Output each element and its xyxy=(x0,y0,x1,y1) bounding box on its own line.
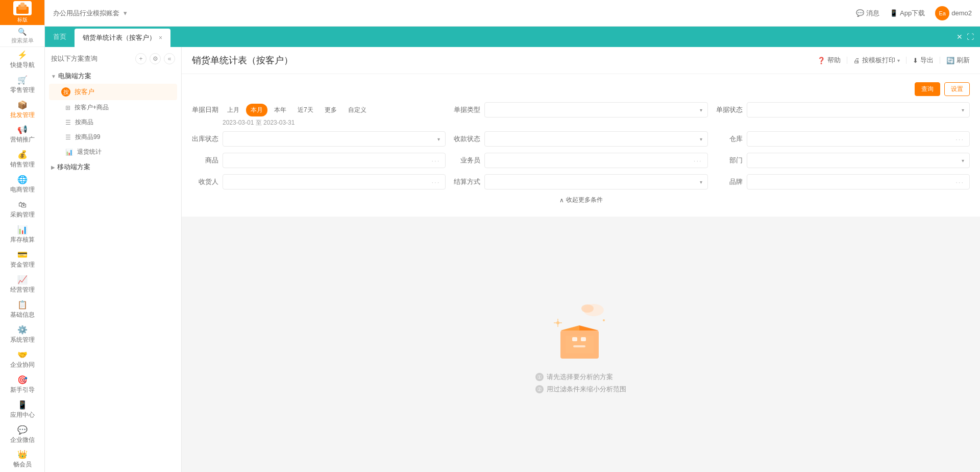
filter-department-field: 部门 ▾ xyxy=(716,153,970,168)
window-maximize-btn[interactable]: ⛶ xyxy=(967,33,974,41)
date-last7days[interactable]: 近7天 xyxy=(293,104,318,116)
sidebar-item-operation[interactable]: 📈 经营管理 xyxy=(0,272,45,297)
sidebar-item-inventory[interactable]: 📊 库存核算 xyxy=(0,222,45,247)
scheme-item-product-99[interactable]: ☰ 按商品99 xyxy=(49,130,177,145)
left-panel-title: 按以下方案查询 xyxy=(51,54,97,63)
sidebar-item-basic[interactable]: 📋 基础信息 xyxy=(0,297,45,322)
help-btn[interactable]: ❓ 帮助 xyxy=(817,56,841,65)
brand-label: 品牌 xyxy=(716,177,743,186)
sidebar-item-marketing[interactable]: 📢 营销推广 xyxy=(0,122,45,147)
hint-1-text: 请先选择要分析的方案 xyxy=(547,372,613,382)
warehouse-select[interactable]: ··· xyxy=(747,131,970,147)
sidebar-quicknav-label: 快捷导航 xyxy=(10,61,35,69)
out-status-select[interactable]: ▾ xyxy=(223,131,446,147)
salesperson-select[interactable]: ··· xyxy=(484,153,707,168)
brand-select[interactable]: ··· xyxy=(747,174,970,190)
settings-button[interactable]: 设置 xyxy=(944,82,970,96)
sidebar-item-vip[interactable]: 👑 畅会员 xyxy=(0,447,45,472)
empty-illustration xyxy=(548,297,614,364)
product-select[interactable]: ··· xyxy=(223,153,446,168)
date-this-year[interactable]: 本年 xyxy=(270,104,291,116)
tab-home[interactable]: 首页 xyxy=(45,27,75,47)
logo-icon xyxy=(13,1,32,15)
search-menu[interactable]: 🔍 搜索菜单 xyxy=(0,25,45,47)
date-range-display: 2023-03-01 至 2023-03-31 xyxy=(223,119,295,126)
sidebar-item-enterprise[interactable]: 🤝 企业协同 xyxy=(0,347,45,372)
empty-hint-2: ② 用过滤条件来缩小分析范围 xyxy=(535,385,626,394)
filter-row-2: 出库状态 ▾ 收款状态 ▾ 仓库 xyxy=(192,131,970,147)
scheme-item-customer-product[interactable]: ⊞ 按客户+商品 xyxy=(49,100,177,115)
consignee-label: 收货人 xyxy=(192,177,218,186)
sidebar-item-wholesale[interactable]: 📦 批发管理 xyxy=(0,97,45,122)
date-custom[interactable]: 自定义 xyxy=(344,104,371,116)
payment-status-select[interactable]: ▾ xyxy=(484,131,707,147)
refresh-btn[interactable]: 🔄 刷新 xyxy=(946,56,970,65)
message-btn[interactable]: 💬 消息 xyxy=(856,9,879,18)
scheme-label-product-99: 按商品99 xyxy=(75,133,100,141)
bill-status-select[interactable]: ▾ xyxy=(747,102,970,117)
svg-point-4 xyxy=(581,304,594,313)
page-title-bar: 销货单统计表（按客户） ❓ 帮助 🖨 按模板打印 ▾ ⬇ xyxy=(182,47,980,74)
divider-3 xyxy=(940,57,940,64)
topbar: 办公用品行业模拟账套 ▾ 💬 消息 📱 App下载 Ea demo2 xyxy=(45,0,980,27)
warehouse-label: 仓库 xyxy=(716,134,743,144)
bill-type-select[interactable]: ▾ xyxy=(484,102,707,117)
date-this-month[interactable]: 本月 xyxy=(246,104,267,116)
empty-state: ① 请先选择要分析的方案 ② 用过滤条件来缩小分析范围 xyxy=(182,217,980,472)
user-profile[interactable]: Ea demo2 xyxy=(935,6,972,20)
topbar-left: 办公用品行业模拟账套 ▾ xyxy=(53,9,127,18)
filter-warehouse-field: 仓库 ··· xyxy=(716,131,970,147)
department-select[interactable]: ▾ xyxy=(747,153,970,168)
desktop-scheme-header[interactable]: ▼ 电脑端方案 xyxy=(49,68,177,84)
date-group: 上月 本月 本年 近7天 更多 自定义 xyxy=(223,104,371,116)
sidebar-ecommerce-label: 电商管理 xyxy=(10,185,35,194)
department-chevron: ▾ xyxy=(962,158,964,163)
date-last-month[interactable]: 上月 xyxy=(223,104,244,116)
collapse-conditions-btn[interactable]: ∧ 收起更多条件 xyxy=(192,192,970,208)
sidebar-item-appstore[interactable]: 📱 应用中心 xyxy=(0,397,45,422)
settlement-select[interactable]: ▾ xyxy=(484,174,707,190)
consignee-select[interactable]: ··· xyxy=(223,174,446,190)
sidebar-item-ecommerce[interactable]: 🌐 电商管理 xyxy=(0,172,45,197)
product-name: 办公用品行业模拟账套 xyxy=(53,9,119,18)
mobile-scheme-group[interactable]: ▶ 移动端方案 xyxy=(49,159,181,175)
sidebar-item-newbie[interactable]: 🎯 新手引导 xyxy=(0,372,45,397)
collapse-panel-btn[interactable]: « xyxy=(164,53,175,64)
sidebar-item-system[interactable]: ⚙️ 系统管理 xyxy=(0,322,45,347)
add-scheme-btn[interactable]: + xyxy=(135,53,146,64)
tab-sales-report[interactable]: 销货单统计表（按客户） × xyxy=(75,29,170,47)
scheme-label-by-customer: 按客户 xyxy=(75,87,94,97)
sidebar-item-wechat[interactable]: 💬 企业微信 xyxy=(0,422,45,447)
app-download-btn[interactable]: 📱 App下载 xyxy=(890,9,925,18)
sidebar-item-purchase[interactable]: 🛍 采购管理 xyxy=(0,197,45,222)
scheme-item-return-stats[interactable]: 📊 退货统计 xyxy=(49,145,177,159)
avatar: Ea xyxy=(935,6,949,20)
scheme-label-return-stats: 退货统计 xyxy=(77,148,102,156)
sidebar-item-finance[interactable]: 💳 资金管理 xyxy=(0,247,45,272)
product-dots: ··· xyxy=(431,157,440,164)
export-btn[interactable]: ⬇ 导出 xyxy=(913,56,934,65)
desktop-scheme-label: 电脑端方案 xyxy=(58,72,91,81)
sidebar-item-retail[interactable]: 🛒 零售管理 xyxy=(0,72,45,97)
print-icon: 🖨 xyxy=(853,57,860,64)
scheme-item-by-product[interactable]: ☰ 按商品 xyxy=(49,115,177,130)
topbar-right: 💬 消息 📱 App下载 Ea demo2 xyxy=(856,6,972,20)
query-button[interactable]: 查询 xyxy=(915,82,940,96)
settings-scheme-btn[interactable]: ⚙ xyxy=(150,53,161,64)
svg-rect-8 xyxy=(581,337,586,341)
sidebar-item-sales[interactable]: 💰 销售管理 xyxy=(0,147,45,172)
date-more[interactable]: 更多 xyxy=(320,104,341,116)
filter-row-3: 商品 ··· 业务员 ··· 部门 xyxy=(192,153,970,168)
filter-brand-field: 品牌 ··· xyxy=(716,174,970,190)
scheme-label-customer-product: 按客户+商品 xyxy=(75,103,109,112)
sidebar-item-quicknav[interactable]: ⚡ 快捷导航 xyxy=(0,47,45,72)
dropdown-icon[interactable]: ▾ xyxy=(124,9,127,17)
window-close-btn[interactable]: ✕ xyxy=(957,33,963,41)
tab-close-icon[interactable]: × xyxy=(159,34,162,41)
scheme-item-by-customer[interactable]: 按 按客户 xyxy=(49,84,177,100)
date-control: 上月 本月 本年 近7天 更多 自定义 xyxy=(223,104,446,116)
filter-settlement-field: 结算方式 ▾ xyxy=(454,174,707,190)
hint-2-text: 用过滤条件来缩小分析范围 xyxy=(547,385,626,394)
print-btn[interactable]: 🖨 按模板打印 ▾ xyxy=(853,56,900,65)
sidebar-enterprise-label: 企业协同 xyxy=(10,361,35,369)
